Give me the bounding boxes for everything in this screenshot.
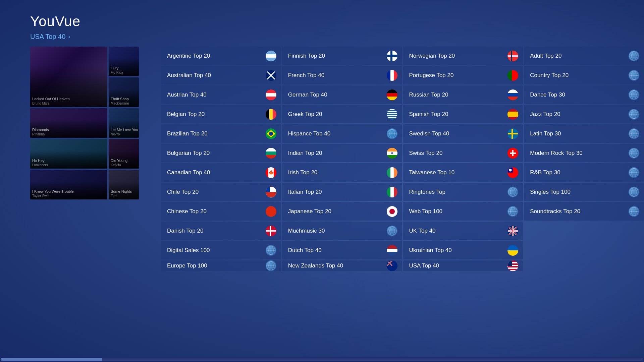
svg-rect-33 — [387, 93, 397, 97]
flag-icon — [387, 109, 397, 120]
chart-list-item[interactable]: Japanese Top 20 — [282, 202, 402, 221]
flag-icon — [507, 89, 518, 100]
svg-rect-52 — [508, 109, 518, 112]
chart-list-item[interactable]: Country Top 20 — [524, 66, 644, 84]
flag-icon — [507, 226, 518, 236]
chart-list-item[interactable]: Hispance Top 40 — [282, 124, 402, 143]
svg-rect-74 — [266, 148, 276, 152]
chart-list-item[interactable]: Indian Top 20 — [282, 144, 402, 162]
svg-rect-37 — [508, 97, 518, 100]
thumbnail-item[interactable]: I Knew You Were Trouble Taylor Swift — [30, 170, 107, 199]
chart-list-item[interactable]: Swedish Top 40 — [403, 124, 523, 143]
section-title[interactable]: USA Top 40 — [30, 33, 65, 41]
chart-item-name: Dutch Top 40 — [288, 247, 387, 254]
chart-list-item[interactable]: Digital Sales 100 — [161, 241, 281, 259]
thumbnail-item[interactable]: Let Me Love You Ne-Yo — [109, 108, 139, 138]
chart-list-item[interactable]: Ringtones Top — [403, 183, 523, 201]
thumbnail-item[interactable]: Some Nights Fun — [109, 170, 139, 199]
scrollbar-container[interactable] — [0, 357, 644, 362]
svg-rect-148 — [508, 231, 518, 231]
scrollbar-thumb[interactable] — [1, 358, 102, 361]
chart-list-item[interactable]: Russian Top 20 — [403, 85, 523, 104]
svg-point-121 — [389, 209, 395, 214]
chart-list-item[interactable]: Canadian Top 40🍁 — [161, 163, 281, 182]
chart-item-name: German Top 40 — [288, 92, 387, 98]
chart-list-item[interactable]: Argentine Top 20 — [161, 47, 281, 65]
flag-icon — [266, 70, 276, 81]
chart-list-item[interactable]: Web Top 100 — [403, 202, 523, 221]
chart-item-name: Chinese Top 20 — [167, 208, 266, 215]
svg-point-80 — [391, 152, 393, 154]
thumbnail-item[interactable]: Locked Out Of Heaven Bruno Mars — [30, 47, 107, 107]
thumbnail-item[interactable]: Ho Hey Lumineers — [30, 139, 107, 169]
chart-list-item[interactable]: Norwegian Top 20 — [403, 47, 523, 65]
chart-list-item[interactable]: R&B Top 30 — [524, 163, 644, 182]
chart-item-name: Greek Top 20 — [288, 111, 387, 118]
chart-list-item[interactable]: Modern Rock Top 30 — [524, 144, 644, 162]
chart-list-item[interactable]: Europe Top 100 — [161, 260, 281, 271]
chart-list-item[interactable]: Singles Top 100 — [524, 183, 644, 201]
chart-item-name: Digital Sales 100 — [167, 247, 266, 254]
chart-item-name: Modern Rock Top 30 — [530, 150, 629, 157]
svg-rect-36 — [508, 93, 518, 97]
chevron-right-icon: › — [68, 33, 70, 40]
chart-list-item[interactable]: Australian Top 40 — [161, 66, 281, 84]
chart-list-item[interactable]: Bulgarian Top 20 — [161, 144, 281, 162]
thumbnail-label: Diamonds Rihanna — [32, 127, 49, 136]
chart-item-name: Web Top 100 — [409, 208, 508, 215]
thumbnail-item[interactable]: Die Young Ke$Ha — [109, 139, 139, 169]
chart-list-item[interactable]: UK Top 40 — [403, 222, 523, 240]
chart-list-item[interactable]: Taiwanese Top 10 — [403, 163, 523, 182]
chart-item-name: Bulgarian Top 20 — [167, 150, 266, 157]
chart-item-name: Australian Top 40 — [167, 72, 266, 79]
chart-list-item[interactable]: Brazilian Top 20 — [161, 124, 281, 143]
chart-list-item[interactable]: German Top 40 — [282, 85, 402, 104]
chart-list-item[interactable]: Portugese Top 20 — [403, 66, 523, 84]
chart-list-item[interactable]: Muchmusic 30 — [282, 222, 402, 240]
svg-rect-109 — [394, 187, 397, 197]
chart-list-item[interactable]: Spanish Top 20 — [403, 105, 523, 123]
scrollbar-track[interactable] — [1, 358, 643, 361]
flag-icon — [387, 187, 397, 197]
thumbnail-item[interactable]: Diamonds Rihanna — [30, 108, 107, 138]
flag-icon — [387, 206, 397, 217]
chart-list-item[interactable]: New Zealands Top 40 — [282, 260, 402, 271]
chart-list-item[interactable]: French Top 40 — [282, 66, 402, 84]
chart-list-item[interactable]: Austrian Top 40 — [161, 85, 281, 104]
chart-list-item[interactable]: Chile Top 20 — [161, 183, 281, 201]
chart-item-name: Japanese Top 20 — [288, 208, 387, 215]
flag-icon — [629, 206, 639, 217]
chart-list-item[interactable]: Chinese Top 20 — [161, 202, 281, 221]
chart-list-item[interactable]: Belgian Top 20 — [161, 105, 281, 123]
flag-icon — [387, 245, 397, 256]
svg-rect-3 — [387, 51, 397, 61]
chart-list-item[interactable]: Greek Top 20 — [282, 105, 402, 123]
chart-list-item[interactable]: Dance Top 30 — [524, 85, 644, 104]
svg-rect-155 — [387, 249, 397, 252]
chart-list-item[interactable]: USA Top 40 — [403, 260, 523, 271]
svg-rect-48 — [387, 111, 397, 112]
flag-icon — [266, 51, 276, 61]
svg-rect-94 — [390, 168, 394, 178]
chart-list-item[interactable]: Ukrainian Top 40 — [403, 241, 523, 259]
flag-icon — [629, 167, 639, 178]
chart-list-item[interactable]: Jazz Top 20 — [524, 105, 644, 123]
chart-list-item[interactable]: Adult Top 20 — [524, 47, 644, 65]
thumbnail-item[interactable]: Thrift Shop Macklemore — [109, 77, 139, 107]
chart-item-name: Dance Top 30 — [530, 92, 629, 98]
svg-rect-5 — [387, 55, 397, 57]
chart-list-item[interactable]: Finnish Top 20 — [282, 47, 402, 65]
chart-list-item[interactable]: Swiss Top 20 — [403, 144, 523, 162]
thumbnail-item[interactable]: I Cry Flo Rida — [109, 47, 139, 76]
chart-list-item[interactable]: Latin Top 30 — [524, 124, 644, 143]
thumbnail-label: Ho Hey Lumineers — [32, 158, 48, 167]
flag-icon — [266, 187, 276, 197]
chart-list-item[interactable]: Irish Top 20 — [282, 163, 402, 182]
svg-rect-30 — [266, 93, 276, 97]
chart-list-item[interactable]: Italian Top 20 — [282, 183, 402, 201]
chart-list-item[interactable]: Dutch Top 40 — [282, 241, 402, 259]
svg-rect-83 — [510, 153, 516, 154]
chart-list-item[interactable]: Danish Top 20 — [161, 222, 281, 240]
flag-icon: 🍁 — [266, 167, 276, 178]
chart-list-item[interactable]: Soundtracks Top 20 — [524, 202, 644, 221]
